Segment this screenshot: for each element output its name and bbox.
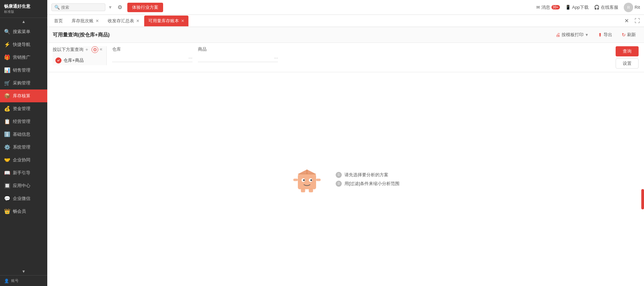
avatar-initials: R [627, 5, 630, 9]
tab-summary[interactable]: 收发存汇总表 ✕ [104, 16, 144, 26]
hint-number-2: ② [336, 181, 342, 187]
export-icon: ⬆ [598, 32, 602, 37]
scheme-item-label: 仓库+商品 [63, 57, 84, 63]
sidebar-item-basic[interactable]: ℹ️ 基础信息 [0, 128, 47, 141]
tab-inventory-batch-close[interactable]: ✕ [96, 19, 99, 23]
tabs-right-controls: ✕ ⛶ [622, 17, 641, 25]
chevron-down-icon[interactable]: ▼ [108, 5, 112, 10]
empty-state: ① 请先选择要分析的方案 ② 用[过滤]条件来缩小分析范围 [47, 72, 644, 286]
product-more-icon[interactable]: ··· [274, 55, 278, 60]
settings-button[interactable]: 设置 [616, 58, 639, 69]
scheme-item-warehouse-product[interactable]: 仓库+商品 [53, 56, 102, 65]
member-icon: 👑 [4, 208, 10, 214]
chevron-down-icon[interactable]: ▼ [585, 33, 589, 37]
page-area: 可用量查询(按仓库+商品) 🖨 按模板打印 ▼ ⬆ 导出 ↻ 刷新 [47, 27, 644, 286]
scheme-item-icon [55, 57, 61, 63]
tab-summary-close[interactable]: ✕ [136, 19, 139, 23]
sidebar-item-member[interactable]: 👑 畅会员 [0, 205, 47, 218]
product-input[interactable] [198, 55, 272, 60]
sidebar-item-label: 基础信息 [13, 131, 30, 137]
hint-text-1: 请先选择要分析的方案 [344, 172, 388, 178]
business-icon: 📋 [4, 119, 10, 125]
query-scheme-actions: ＋ ⚙ « [83, 46, 102, 53]
sidebar-item-label: 采购管理 [13, 80, 30, 86]
sidebar-item-label: 资金管理 [13, 106, 30, 112]
empty-hint-1: ① 请先选择要分析的方案 [336, 172, 400, 178]
search-icon: 🔍 [54, 5, 60, 10]
svg-rect-9 [316, 179, 321, 181]
apps-icon: 🔲 [4, 183, 10, 189]
tabs-bar: 首页 库存批次账 ✕ 收发存汇总表 ✕ 可用量库存账本 ✕ ✕ ⛶ [47, 15, 644, 27]
refresh-button[interactable]: ↻ 刷新 [619, 30, 639, 39]
tab-summary-label: 收发存汇总表 [108, 18, 134, 24]
sidebar-item-label: 企业协同 [13, 157, 30, 163]
sidebar-item-quick-nav[interactable]: ⚡ 快捷导航 [0, 38, 47, 51]
sidebar-item-label: 库存核算 [13, 93, 30, 99]
hint-text-2: 用[过滤]条件来缩小分析范围 [344, 181, 400, 187]
message-badge: 99+ [551, 5, 560, 9]
inventory-icon: 📦 [4, 93, 10, 99]
page-header-actions: 🖨 按模板打印 ▼ ⬆ 导出 ↻ 刷新 [553, 30, 639, 39]
sidebar-item-label: 畅会员 [13, 208, 26, 214]
tab-inventory-batch[interactable]: 库存批次账 ✕ [68, 16, 103, 26]
online-service-label: 在线客服 [601, 4, 618, 10]
tab-expand-button[interactable]: ⛶ [633, 17, 641, 25]
query-actions: 查询 设置 [616, 46, 639, 69]
page-title: 可用量查询(按仓库+商品) [53, 32, 110, 38]
scheme-settings-button[interactable]: ⚙ [92, 46, 98, 53]
tab-close-button[interactable]: ✕ [622, 17, 630, 25]
sidebar-item-finance[interactable]: 💰 资金管理 [0, 102, 47, 115]
user-profile[interactable]: R Rit [624, 3, 640, 12]
query-scheme: 按以下方案查询 ＋ ⚙ « 仓库+商品 [53, 46, 107, 65]
sidebar-item-sales[interactable]: 📊 销售管理 [0, 64, 47, 77]
sidebar-scroll-up[interactable]: ▲ [0, 18, 47, 25]
sidebar-item-label: 销售管理 [13, 67, 30, 73]
product-field-label: 商品 [198, 46, 278, 52]
sidebar-item-label: 应用中心 [13, 183, 30, 189]
message-icon: ✉ [536, 5, 540, 10]
right-scrollbar[interactable] [641, 189, 644, 209]
sidebar-item-business[interactable]: 📋 经营管理 [0, 115, 47, 128]
print-button[interactable]: 🖨 按模板打印 ▼ [553, 30, 591, 39]
username-label: Rit [635, 5, 640, 10]
warehouse-input[interactable] [112, 55, 186, 60]
tab-inventory-batch-label: 库存批次账 [72, 18, 94, 24]
svg-rect-11 [309, 189, 313, 192]
collapse-scheme-button[interactable]: « [100, 46, 102, 53]
tab-available-stock-close[interactable]: ✕ [181, 19, 184, 23]
export-button[interactable]: ⬆ 导出 [595, 30, 615, 39]
sidebar-item-label: 企业微信 [13, 196, 30, 202]
sidebar-bottom: 👤 账号 [0, 275, 47, 286]
tab-home[interactable]: 首页 [50, 16, 67, 26]
sidebar-item-purchase[interactable]: 🛒 采购管理 [0, 77, 47, 89]
sidebar-item-inventory[interactable]: 📦 库存核算 [0, 89, 47, 102]
purchase-icon: 🛒 [4, 80, 10, 86]
trial-button[interactable]: 体验行业方案 [127, 3, 163, 12]
add-scheme-button[interactable]: ＋ [83, 46, 90, 53]
message-button[interactable]: ✉ 消息 99+ [536, 4, 560, 10]
sidebar-item-apps[interactable]: 🔲 应用中心 [0, 179, 47, 192]
basic-icon: ℹ️ [4, 131, 10, 137]
settings-icon[interactable]: ⚙ [115, 3, 125, 12]
sidebar-item-system[interactable]: ⚙️ 系统管理 [0, 141, 47, 154]
search-input[interactable] [61, 5, 102, 10]
warehouse-more-icon[interactable]: ··· [188, 55, 192, 60]
sidebar-username: 账号 [11, 278, 19, 283]
warehouse-field-label: 仓库 [112, 46, 192, 52]
empty-hint-2: ② 用[过滤]条件来缩小分析范围 [336, 181, 400, 187]
tab-available-stock[interactable]: 可用量库存账本 ✕ [144, 16, 188, 26]
sidebar-item-marketing[interactable]: 🎁 营销推广 [0, 51, 47, 64]
print-icon: 🖨 [556, 32, 560, 37]
sidebar-item-coop[interactable]: 🤝 企业协同 [0, 154, 47, 166]
query-button[interactable]: 查询 [616, 46, 639, 56]
topbar-search-box[interactable]: 🔍 [51, 3, 105, 11]
sidebar-item-wechat[interactable]: 💬 企业微信 [0, 192, 47, 205]
app-download-button[interactable]: 📱 App下载 [565, 4, 589, 10]
sidebar-item-label: 营销推广 [13, 54, 30, 60]
sidebar-scroll-down[interactable]: ▼ [0, 268, 47, 275]
online-service-button[interactable]: 🎧 在线客服 [594, 4, 618, 10]
sidebar-item-search[interactable]: 🔍 搜索菜单 [0, 25, 47, 38]
sidebar-item-label: 系统管理 [13, 144, 30, 150]
product-input-wrapper: ··· [198, 54, 278, 62]
sidebar-item-newbie[interactable]: 📖 新手引导 [0, 166, 47, 179]
